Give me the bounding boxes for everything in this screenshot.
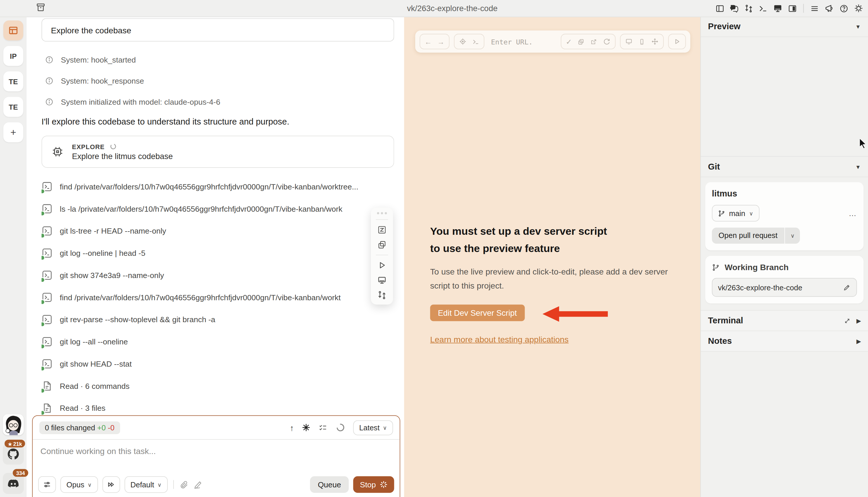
checklist-icon[interactable] bbox=[318, 423, 328, 432]
deletions-count: -0 bbox=[108, 423, 115, 431]
toolbar-divider bbox=[376, 219, 388, 220]
files-changed-pill[interactable]: 0 files changed +0 -0 bbox=[39, 421, 120, 434]
open-pull-request-button[interactable]: Open pull request bbox=[712, 227, 784, 243]
attach-file-icon[interactable] bbox=[179, 480, 188, 489]
refresh-icon[interactable] bbox=[603, 38, 611, 46]
explore-label: EXPLORE bbox=[72, 143, 105, 150]
kanban-layout-icon bbox=[8, 25, 19, 36]
triangle-right-icon: ▶ bbox=[857, 317, 861, 324]
help-icon[interactable] bbox=[839, 3, 849, 13]
sidebar-item-workspace-te1[interactable]: TE bbox=[3, 71, 23, 91]
profile-dropdown[interactable]: Default∨ bbox=[124, 476, 168, 493]
move-resize-icon[interactable] bbox=[651, 38, 659, 46]
add-workspace-button[interactable]: + bbox=[3, 123, 23, 142]
megaphone-icon[interactable] bbox=[824, 3, 834, 13]
latest-dropdown[interactable]: Latest∨ bbox=[353, 420, 393, 435]
monitor-icon[interactable] bbox=[773, 3, 783, 13]
copy-icon[interactable] bbox=[377, 240, 387, 250]
composer-card: 0 files changed +0 -0 ↑ Latest∨ Opus∨ De… bbox=[32, 415, 400, 497]
fast-forward-button[interactable] bbox=[102, 476, 120, 493]
base-branch-dropdown[interactable]: main ∨ bbox=[712, 205, 759, 222]
sparkle-icon[interactable] bbox=[302, 423, 310, 432]
model-dropdown[interactable]: Opus∨ bbox=[60, 476, 98, 493]
explore-tool-card[interactable]: EXPLORE Explore the litmus codebase bbox=[42, 136, 394, 168]
settings-gear-icon[interactable] bbox=[854, 3, 864, 13]
files-changed-bar: 0 files changed +0 -0 ↑ Latest∨ bbox=[33, 416, 400, 439]
step-row[interactable]: git show 374e3a9 --name-only bbox=[42, 264, 394, 286]
message-input[interactable] bbox=[33, 440, 378, 459]
open-pull-request-split-button: Open pull request ∨ bbox=[712, 227, 800, 243]
open-pull-request-dropdown[interactable]: ∨ bbox=[785, 227, 800, 243]
chat-scroll-area[interactable]: Explore the codebase System: hook_starte… bbox=[42, 18, 394, 427]
git-compare-icon[interactable] bbox=[744, 3, 753, 13]
back-icon[interactable]: ← bbox=[425, 38, 432, 46]
settings-sliders-button[interactable] bbox=[38, 476, 56, 493]
url-input[interactable]: Enter URL. bbox=[489, 38, 556, 46]
github-icon bbox=[7, 447, 20, 460]
step-row[interactable]: git show HEAD --stat bbox=[42, 353, 394, 375]
stop-button[interactable]: Stop bbox=[353, 476, 394, 493]
success-dot bbox=[42, 233, 44, 237]
notes-section-title: Notes bbox=[708, 336, 732, 346]
step-row[interactable]: Read · 6 commands bbox=[42, 375, 394, 397]
terminal-section-header[interactable]: Terminal ▶ bbox=[701, 311, 868, 331]
working-branch-field[interactable]: vk/263c-explore-the-code bbox=[712, 278, 857, 297]
git-compare-icon[interactable] bbox=[377, 290, 387, 300]
terminal-icon[interactable] bbox=[472, 38, 480, 45]
nav-group: ← → bbox=[420, 34, 449, 49]
toggle-left-panel-icon[interactable] bbox=[715, 3, 724, 13]
check-icon[interactable]: ✓ bbox=[566, 38, 572, 46]
inspect-group bbox=[454, 34, 484, 49]
sidebar-item-workspace-ip[interactable]: IP bbox=[3, 46, 23, 66]
sidebar-item-workspace-te2[interactable]: TE bbox=[3, 97, 23, 117]
terminal-command-icon bbox=[42, 247, 53, 259]
step-row[interactable]: git log --all --oneline bbox=[42, 331, 394, 353]
forward-icon[interactable]: → bbox=[437, 38, 445, 46]
drag-handle-icon[interactable] bbox=[377, 212, 387, 214]
learn-more-link[interactable]: Learn more about testing applications bbox=[430, 335, 569, 344]
user-avatar[interactable] bbox=[3, 414, 24, 435]
play-icon[interactable] bbox=[377, 260, 387, 270]
desktop-view-icon[interactable] bbox=[625, 38, 633, 46]
open-in-zed-icon[interactable] bbox=[377, 225, 387, 235]
preview-section-title: Preview bbox=[708, 22, 741, 31]
triangle-right-icon: ▶ bbox=[857, 338, 861, 344]
step-row[interactable]: git log --oneline | head -5 bbox=[42, 242, 394, 264]
scroll-up-icon[interactable]: ↑ bbox=[290, 423, 294, 432]
step-row[interactable]: find /private/var/folders/10/h7w0q46556g… bbox=[42, 175, 394, 198]
play-icon[interactable] bbox=[673, 38, 681, 46]
target-icon[interactable] bbox=[459, 38, 467, 46]
chevron-down-icon: ∨ bbox=[158, 482, 162, 488]
signature-pen-icon[interactable] bbox=[193, 480, 203, 489]
terminal-icon[interactable] bbox=[758, 3, 768, 13]
working-branch-value: vk/263c-explore-the-code bbox=[718, 283, 802, 292]
menu-icon[interactable] bbox=[810, 3, 819, 13]
git-section-body: litmus main ∨ … Open pull request ∨ bbox=[701, 177, 868, 311]
expand-icon[interactable] bbox=[844, 317, 851, 324]
step-row[interactable]: ls -la /private/var/folders/10/h7w0q4655… bbox=[42, 198, 394, 220]
chat-icon[interactable] bbox=[729, 3, 739, 13]
step-row[interactable]: git ls-tree -r HEAD --name-only bbox=[42, 220, 394, 242]
copy-icon[interactable] bbox=[578, 38, 585, 45]
edit-dev-server-script-button[interactable]: Edit Dev Server Script bbox=[430, 304, 525, 321]
open-external-icon[interactable] bbox=[590, 38, 597, 45]
working-branch-card: Working Branch vk/263c-explore-the-code bbox=[705, 256, 864, 303]
step-row[interactable]: git rev-parse --show-toplevel && git bra… bbox=[42, 309, 394, 331]
github-link[interactable]: ★21k bbox=[3, 443, 24, 465]
terminal-command-icon bbox=[42, 225, 53, 237]
explore-title: Explore the litmus codebase bbox=[72, 152, 173, 160]
toggle-right-panel-icon[interactable] bbox=[787, 3, 797, 13]
step-row[interactable]: find /private/var/folders/10/h7w0q46556g… bbox=[42, 286, 394, 309]
monitor-icon[interactable] bbox=[377, 275, 387, 285]
discord-link[interactable]: 334 bbox=[3, 473, 24, 494]
notes-section-header[interactable]: Notes ▶ bbox=[701, 331, 868, 352]
queue-button[interactable]: Queue bbox=[310, 476, 349, 493]
preview-section-header[interactable]: Preview ▼ bbox=[701, 17, 868, 37]
file-read-icon bbox=[42, 402, 53, 414]
edit-pencil-icon[interactable] bbox=[843, 284, 851, 292]
more-options-icon[interactable]: … bbox=[849, 209, 857, 217]
mobile-view-icon[interactable] bbox=[638, 38, 646, 45]
task-title-card[interactable]: Explore the codebase bbox=[42, 18, 394, 42]
git-section-header[interactable]: Git ▼ bbox=[701, 157, 868, 177]
sidebar-item-kanban-active[interactable] bbox=[3, 20, 23, 40]
